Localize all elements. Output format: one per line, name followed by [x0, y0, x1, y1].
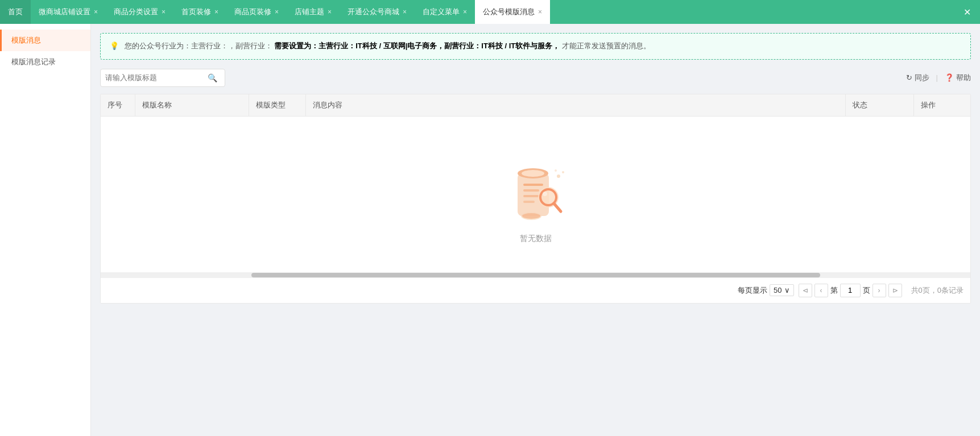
svg-rect-7 [523, 201, 535, 203]
nav-tab-custommenu-label: 自定义菜单 [423, 7, 460, 17]
nav-tab-custommenu-close[interactable]: × [463, 8, 467, 16]
nav-tab-category[interactable]: 商品分类设置 × [106, 0, 173, 24]
empty-state-cell: 暂无数据 [101, 116, 970, 272]
page-suffix: 页 [863, 285, 870, 296]
toolbar-divider: | [936, 73, 938, 82]
pagination: 每页显示 50 ∨ ⊲ ‹ 第 页 [101, 277, 970, 303]
notice-prefix: 您的公众号行业为：主营行业：，副营行业： [125, 41, 272, 50]
col-seq: 序号 [101, 94, 135, 117]
nav-tab-productpage-close[interactable]: × [275, 8, 279, 16]
help-icon: ❓ [945, 73, 954, 82]
empty-text: 暂无数据 [520, 234, 552, 244]
nav-tab-homepage-label: 首页装修 [181, 7, 211, 17]
nav-tab-weishop-close[interactable]: × [94, 8, 98, 16]
nav-tab-homepage[interactable]: 首页装修 × [173, 0, 226, 24]
col-content: 消息内容 [305, 94, 845, 117]
top-navigation: 首页 微商城店铺设置 × 商品分类设置 × 首页装修 × 商品页装修 × 店铺主… [0, 0, 980, 24]
page-size-label: 每页显示 [738, 285, 767, 296]
nav-tab-theme-close[interactable]: × [328, 8, 332, 16]
nav-tab-wechatshop-close[interactable]: × [403, 8, 407, 16]
nav-tab-productpage-label: 商品页装修 [234, 7, 271, 17]
nav-tab-templatemsg[interactable]: 公众号模版消息 × [475, 0, 550, 24]
sidebar-item-template-msg-log-label: 模版消息记录 [11, 57, 56, 66]
close-all-icon: ✕ [964, 7, 971, 18]
nav-tab-wechatshop-label: 开通公众号商城 [348, 7, 399, 17]
page-input-wrap: 第 页 [830, 284, 870, 297]
content-area: 💡 您的公众号行业为：主营行业：，副营行业： 需要设置为：主营行业：IT科技 /… [91, 24, 980, 436]
page-label: 第 [830, 285, 838, 296]
svg-point-11 [543, 192, 547, 196]
notice-highlight: 需要设置为：主营行业：IT科技 / 互联网|电子商务，副营行业：IT科技 / I… [274, 41, 560, 50]
sidebar-item-template-msg-label: 模版消息 [11, 36, 41, 44]
nav-tab-theme-label: 店铺主题 [295, 7, 324, 17]
help-button[interactable]: ❓ 帮助 [945, 73, 971, 83]
sidebar-item-template-msg-log[interactable]: 模版消息记录 [0, 51, 90, 73]
svg-point-15 [555, 169, 557, 172]
page-size-dropdown[interactable]: 50 ∨ [770, 284, 793, 296]
next-page-icon: › [878, 286, 880, 294]
total-info: 共0页，0条记录 [911, 285, 964, 296]
nav-tab-theme[interactable]: 店铺主题 × [287, 0, 340, 24]
chevron-down-icon: ∨ [784, 286, 790, 294]
svg-point-14 [562, 171, 564, 173]
nav-tab-templatemsg-close[interactable]: × [538, 8, 542, 16]
sync-icon: ↻ [906, 73, 912, 82]
scrollbar-thumb[interactable] [251, 273, 820, 277]
data-table: 序号 模版名称 模版类型 消息内容 状态 操作 [101, 94, 970, 273]
nav-tab-weishop[interactable]: 微商城店铺设置 × [31, 0, 106, 24]
main-layout: 模版消息 模版消息记录 💡 您的公众号行业为：主营行业：，副营行业： 需要设置为… [0, 24, 980, 436]
prev-page-icon: ‹ [820, 286, 822, 294]
col-status: 状态 [845, 94, 913, 117]
nav-tab-category-label: 商品分类设置 [114, 7, 158, 17]
nav-tab-weishop-label: 微商城店铺设置 [39, 7, 90, 17]
sync-label: 同步 [915, 73, 929, 83]
notice-suffix: 才能正常发送预置的消息。 [562, 41, 651, 50]
nav-tab-homepage-close[interactable]: × [214, 8, 218, 16]
nav-tab-category-close[interactable]: × [162, 8, 166, 16]
nav-tab-custommenu[interactable]: 自定义菜单 × [415, 0, 475, 24]
page-number-input[interactable] [840, 284, 861, 297]
table-container: 序号 模版名称 模版类型 消息内容 状态 操作 [100, 94, 971, 304]
page-size-select: 每页显示 50 ∨ [738, 284, 793, 296]
horizontal-scrollbar[interactable] [101, 273, 970, 277]
sidebar-item-template-msg[interactable]: 模版消息 [0, 30, 90, 51]
last-page-icon: ⊳ [892, 286, 898, 294]
search-input[interactable] [105, 73, 208, 82]
col-type: 模版类型 [249, 94, 305, 117]
nav-tab-wechatshop[interactable]: 开通公众号商城 × [340, 0, 415, 24]
svg-line-10 [554, 204, 561, 211]
prev-page-button[interactable]: ‹ [814, 284, 828, 297]
first-page-icon: ⊲ [803, 286, 808, 294]
table-header: 序号 模版名称 模版类型 消息内容 状态 操作 [101, 94, 970, 117]
nav-tab-productpage[interactable]: 商品页装修 × [226, 0, 287, 24]
page-size-value: 50 [774, 286, 781, 294]
search-bar: 🔍 ↻ 同步 | ❓ 帮助 [100, 69, 971, 87]
next-page-button[interactable]: › [873, 284, 886, 297]
close-all-button[interactable]: ✕ [954, 0, 980, 24]
nav-tab-home[interactable]: 首页 [0, 0, 31, 24]
table-body: 暂无数据 [101, 116, 970, 272]
svg-point-3 [522, 170, 544, 177]
empty-state-icon [502, 156, 570, 225]
empty-state: 暂无数据 [107, 122, 964, 267]
nav-tab-home-label: 首页 [8, 7, 23, 17]
sync-button[interactable]: ↻ 同步 [906, 73, 929, 83]
svg-rect-4 [523, 184, 543, 186]
nav-tab-templatemsg-label: 公众号模版消息 [483, 7, 535, 17]
svg-rect-5 [523, 189, 539, 192]
notice-icon: 💡 [110, 41, 119, 50]
col-name: 模版名称 [135, 94, 249, 117]
search-icon[interactable]: 🔍 [208, 73, 217, 82]
help-label: 帮助 [956, 73, 971, 83]
last-page-button[interactable]: ⊳ [888, 284, 902, 297]
search-input-wrapper[interactable]: 🔍 [100, 69, 225, 87]
col-action: 操作 [913, 94, 970, 117]
svg-point-13 [557, 175, 560, 178]
toolbar-right: ↻ 同步 | ❓ 帮助 [906, 73, 971, 83]
svg-point-12 [522, 213, 540, 219]
page-navigation: ⊲ ‹ 第 页 › ⊳ [799, 284, 902, 297]
first-page-button[interactable]: ⊲ [799, 284, 812, 297]
notice-box: 💡 您的公众号行业为：主营行业：，副营行业： 需要设置为：主营行业：IT科技 /… [100, 33, 971, 60]
sidebar: 模版消息 模版消息记录 [0, 24, 91, 436]
